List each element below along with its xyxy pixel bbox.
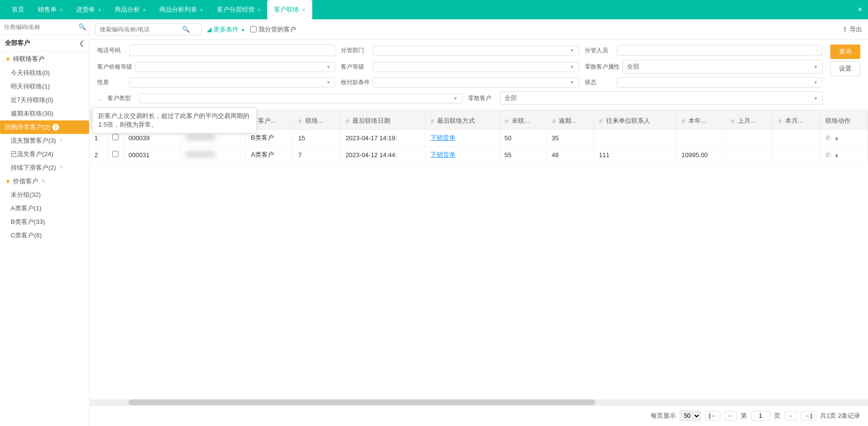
row-last-method: 下销货单 — [425, 147, 499, 163]
settings-button[interactable]: 设置 — [830, 61, 860, 76]
filter-more-dots[interactable]: ... — [97, 95, 102, 101]
filter-dept-select[interactable]: ▼ — [373, 45, 579, 56]
col-last-method: ⇵ 最后联络方式 — [425, 112, 499, 130]
chevron-down-icon: ▼ — [813, 64, 818, 70]
nav-analysis-list[interactable]: 商品分析列表 × — [152, 0, 210, 19]
filter-phone: 电话号码 — [97, 44, 335, 56]
nav-home[interactable]: 首页 — [5, 0, 31, 19]
row-last-date: 2023-04-17 14:19: — [340, 130, 425, 147]
filter-retail-attr-select[interactable]: 全部 ▼ — [623, 60, 822, 73]
sidebar-search-input[interactable] — [4, 24, 76, 30]
filter-customer-type-select[interactable]: ▼ — [139, 93, 462, 103]
close-icon[interactable]: × — [302, 7, 305, 13]
sidebar-already-lost[interactable]: 已流失客户(24) — [0, 147, 89, 161]
export-button[interactable]: ⇧ 导出 — [842, 25, 862, 34]
nav-analysis[interactable]: 商品分析 × — [108, 0, 152, 19]
nav-purchase[interactable]: 进货单 × — [69, 0, 107, 19]
row-checkbox[interactable] — [112, 134, 119, 140]
chevron-down-icon: ▼ — [326, 64, 331, 70]
sidebar-pending-group[interactable]: ▼ 待联络客户 — [0, 52, 89, 66]
filter-payment-select[interactable]: ▼ — [373, 77, 579, 88]
search-input[interactable] — [100, 26, 182, 33]
phone-icon[interactable]: ✆ — [825, 134, 831, 142]
query-button[interactable]: 查询 — [830, 44, 860, 59]
filter-phone-input[interactable] — [129, 44, 335, 56]
row-type: A类客户 — [246, 147, 293, 163]
qr-icon[interactable]: ∎ — [835, 151, 838, 159]
qr-icon[interactable]: ∎ — [835, 134, 838, 142]
filter-nature-select[interactable]: ▼ — [129, 77, 335, 88]
horizontal-scrollbar[interactable] — [90, 399, 868, 405]
close-icon[interactable]: × — [98, 7, 101, 13]
table-wrap: ⚙ ⇵ 客户编码 ⇵ 客户名称 — [90, 112, 868, 399]
nav-customer-tier[interactable]: 客户分层经营 × — [210, 0, 267, 19]
help-icon: ? — [52, 124, 59, 131]
col-last-date: ⇵ 最后联络日期 — [340, 112, 425, 130]
last-page-button[interactable]: →∥ — [801, 411, 816, 421]
page-number-input[interactable] — [751, 411, 770, 421]
row-code: 000031 — [123, 147, 181, 163]
sidebar-7day-pending[interactable]: 近7天待联络(0) — [0, 93, 89, 107]
sidebar-search-icon[interactable]: 🔍 — [78, 23, 86, 30]
sidebar-tomorrow-pending[interactable]: 明天待联络(1) — [0, 80, 89, 93]
row-un-contact: 55 — [499, 147, 547, 163]
row-checkbox[interactable] — [112, 151, 119, 157]
sidebar-all-customers[interactable]: 全部客户 ❮ — [0, 35, 89, 52]
row-un-contact: 50 — [499, 130, 547, 147]
sidebar-c-class[interactable]: C类客户(6) — [0, 229, 89, 242]
toolbar: 🔍 ◢ 更多条件 ▲ 我分管的客户 ⇧ 导出 — [90, 19, 868, 40]
sidebar-ungroup[interactable]: 未分组(32) — [0, 188, 89, 202]
filter-retail-attr: 零散客户属性 全部 ▼ — [585, 60, 822, 73]
sidebar-overdue-no-contact[interactable]: 逾期未联络(30) — [0, 107, 89, 120]
close-icon[interactable]: × — [143, 7, 146, 13]
first-page-button[interactable]: ∥← — [705, 411, 720, 421]
row-last-month — [726, 130, 773, 147]
my-customer-checkbox-label[interactable]: 我分管的客户 — [250, 25, 296, 34]
phone-icon[interactable]: ✆ — [825, 151, 831, 159]
collapse-icon[interactable]: ❮ — [79, 40, 84, 47]
sidebar-decline-customers[interactable]: 持续下滑客户(2) ? — [0, 161, 89, 175]
window-close-button[interactable]: × — [858, 5, 862, 14]
sort-icon: ⇵ — [430, 118, 434, 124]
scrollbar-thumb[interactable] — [128, 399, 595, 405]
row-no: 2 — [90, 147, 107, 163]
filter-panel: 电话号码 分管部门 ▼ 分管人员 — [90, 40, 868, 110]
chevron-down-icon: ▼ — [326, 80, 331, 85]
filter-price-select[interactable]: ▼ — [135, 62, 335, 72]
sidebar-today-pending[interactable]: 今天待联络(0) — [0, 66, 89, 80]
per-page-select[interactable]: 50 — [680, 411, 701, 421]
sidebar-repurchase-abnormal[interactable]: 回购异常客户(2) ? — [0, 120, 89, 134]
close-icon[interactable]: × — [258, 7, 260, 13]
col-contact-count: ⇵ 联络... — [293, 112, 340, 130]
sidebar-loss-warning[interactable]: 流失预警客户(3) ? — [0, 134, 89, 147]
filter-action-buttons: 查询 设置 — [830, 44, 860, 105]
edit-icon[interactable]: ✎ — [41, 178, 46, 185]
filter-person-select[interactable]: ··· — [617, 45, 822, 56]
my-customer-checkbox[interactable] — [250, 26, 257, 32]
sidebar-value-group[interactable]: ▼ 价值客户 ✎ — [0, 175, 89, 188]
nav-customer-contact[interactable]: 客户联络 × — [267, 0, 312, 19]
filter-customer-level-select[interactable]: ▼ — [373, 62, 579, 72]
chevron-up-icon: ▲ — [241, 27, 245, 32]
nav-sales[interactable]: 销售单 × — [31, 0, 69, 19]
close-icon[interactable]: × — [60, 7, 62, 13]
filter-row-2: 客户价格等级 ▼ 客户等级 ▼ — [97, 60, 822, 73]
close-icon[interactable]: × — [200, 7, 203, 13]
chevron-down-icon: ▼ — [570, 64, 575, 70]
filter-retail-customer-select[interactable]: 全部 ▼ — [500, 91, 822, 105]
next-page-button[interactable]: → — [784, 411, 797, 421]
row-action: ✆ ∎ — [820, 130, 868, 147]
arrow-icon-value: ▼ — [5, 178, 11, 185]
sidebar-a-class[interactable]: A类客户(1) — [0, 202, 89, 215]
filter-status-select[interactable]: ▼ — [617, 77, 822, 88]
search-icon[interactable]: 🔍 — [182, 26, 190, 33]
sort-icon: ⇵ — [298, 118, 302, 124]
row-company-contact — [594, 130, 677, 147]
filter-more-button[interactable]: ◢ 更多条件 ▲ — [207, 25, 245, 34]
prev-page-button[interactable]: ← — [724, 411, 737, 421]
filter-payment: 收付款条件 ▼ — [341, 77, 579, 88]
sidebar-b-class[interactable]: B类客户(33) — [0, 215, 89, 229]
row-last-month — [726, 147, 773, 163]
sort-icon: ⇵ — [504, 118, 508, 124]
chevron-down-icon: ▼ — [813, 80, 818, 85]
